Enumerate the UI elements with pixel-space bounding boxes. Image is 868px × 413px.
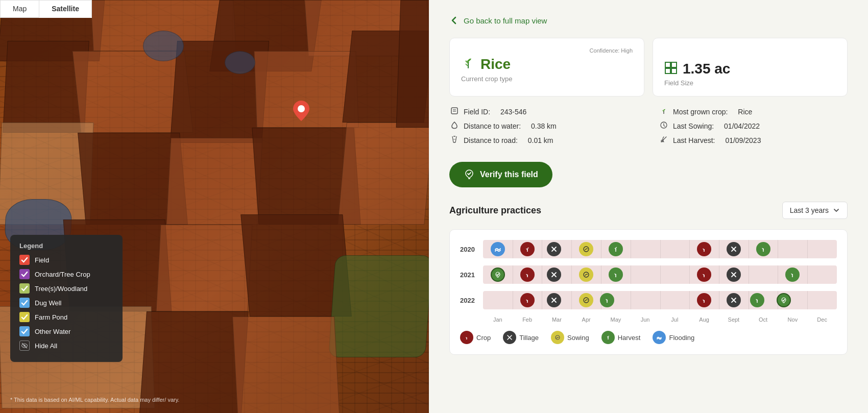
agriculture-practices-header: Agriculture practices Last 3 years — [449, 202, 848, 219]
act-2022-oct-verify — [777, 293, 791, 307]
legend-sowing: Sowing — [551, 331, 589, 344]
timeline-bar-2021 — [483, 265, 837, 284]
map-tabs: Map Satellite — [0, 0, 92, 18]
legend-label-tree: Tree(s)/Woodland — [35, 285, 87, 293]
verify-button[interactable]: Verify this field — [449, 162, 552, 187]
svg-rect-3 — [665, 62, 670, 67]
map-green-patch — [328, 255, 429, 357]
last-sowing-row: Last Sowing: 01/04/2022 — [659, 121, 848, 131]
month-may: May — [601, 317, 631, 323]
map-field-patch — [166, 138, 263, 225]
legend-tillage: Tillage — [503, 331, 539, 344]
map-location-pin — [293, 101, 309, 125]
last-harvest-label: Last Harvest: — [673, 136, 715, 144]
year-selector-label: Last 3 years — [790, 206, 829, 214]
map-field-patch — [337, 123, 429, 225]
water-icon — [449, 121, 460, 131]
timeline-row-2022: 2022 — [460, 291, 837, 309]
agri-title: Agriculture practices — [449, 205, 541, 216]
legend-checkbox-other-water — [19, 326, 30, 336]
map-field-patch — [156, 225, 253, 311]
last-harvest-value: 01/09/2023 — [725, 136, 761, 144]
legend-dot-crop — [460, 331, 473, 344]
act-2020-jan-flooding — [491, 242, 505, 256]
act-2021-aug-crop — [697, 268, 711, 282]
last-sowing-value: 01/04/2022 — [724, 122, 760, 130]
last-sowing-label: Last Sowing: — [673, 122, 714, 130]
legend-checkbox-farm-pond — [19, 312, 30, 322]
map-disclaimer: * This data is based on AI/ML capability… — [10, 397, 179, 403]
legend-dot-flooding — [653, 331, 666, 344]
svg-rect-4 — [671, 62, 677, 67]
map-field-patch — [232, 317, 340, 413]
map-panel: Map Satellite Legend Field Orchard/Tree … — [0, 0, 429, 413]
map-water-body — [225, 51, 255, 74]
tab-map[interactable]: Map — [0, 0, 39, 18]
legend-item-hide-all[interactable]: Hide All — [19, 341, 113, 351]
back-link[interactable]: Go back to full map view — [449, 15, 848, 26]
tab-satellite[interactable]: Satellite — [39, 0, 92, 18]
legend-label-orchard: Orchard/Tree Crop — [35, 271, 90, 278]
distance-water-row: Distance to water: 0.38 km — [449, 121, 638, 131]
act-2022-feb-crop — [520, 293, 535, 307]
distance-road-value: 0.01 km — [528, 136, 553, 144]
sowing-icon-small — [659, 121, 669, 131]
legend-item-tree[interactable]: Tree(s)/Woodland — [19, 283, 113, 294]
distance-road-label: Distance to road: — [464, 136, 518, 144]
act-2021-mar-tillage — [547, 268, 561, 282]
verify-button-text: Verify this field — [480, 170, 538, 179]
act-2021-nov-harvest — [785, 268, 800, 282]
back-arrow-icon — [449, 15, 460, 26]
act-2022-mar-tillage — [547, 293, 561, 307]
legend-label-harvest: Harvest — [618, 334, 641, 342]
grid-icon — [664, 61, 678, 77]
timeline-row-2020: 2020 — [460, 240, 837, 258]
legend-label-crop: Crop — [476, 334, 491, 342]
month-sept: Sept — [719, 317, 749, 323]
svg-rect-6 — [671, 68, 677, 74]
legend-checkbox-tree — [19, 283, 30, 294]
legend-title: Legend — [19, 242, 113, 250]
legend-label-dug-well: Dug Well — [35, 299, 62, 307]
map-water-body — [143, 31, 184, 61]
legend-label-tillage: Tillage — [519, 334, 539, 342]
act-2022-sept-tillage — [727, 293, 741, 307]
year-selector[interactable]: Last 3 years — [782, 202, 848, 219]
svg-rect-7 — [451, 108, 457, 114]
legend-crop: Crop — [460, 331, 491, 344]
crop-card: Confidence: High Rice Current crop type — [449, 38, 644, 96]
legend-harvest: Harvest — [601, 331, 641, 344]
act-2021-may-harvest — [609, 268, 623, 282]
field-info-right: Most grown crop: Rice Last Sowing: 01/04… — [659, 107, 848, 150]
month-apr: Apr — [571, 317, 601, 323]
crop-icon-small — [659, 107, 669, 117]
crop-subtitle: Current crop type — [461, 75, 633, 83]
legend-item-orchard[interactable]: Orchard/Tree Crop — [19, 269, 113, 279]
crop-confidence: Confidence: High — [461, 47, 633, 54]
legend-label-field: Field — [35, 256, 49, 264]
year-label-2022: 2022 — [460, 297, 483, 304]
legend-item-other-water[interactable]: Other Water — [19, 326, 113, 336]
month-oct: Oct — [749, 317, 778, 323]
verify-icon — [464, 169, 475, 180]
legend-item-field[interactable]: Field — [19, 255, 113, 265]
most-grown-value: Rice — [738, 108, 752, 116]
legend-label-farm-pond: Farm Pond — [35, 313, 67, 321]
most-grown-label: Most grown crop: — [673, 108, 728, 116]
timeline-bar-2022 — [483, 291, 837, 309]
act-2021-jan-verify — [491, 268, 505, 282]
road-icon — [449, 135, 460, 145]
legend-item-dug-well[interactable]: Dug Well — [19, 298, 113, 308]
field-id-row: Field ID: 243-546 — [449, 107, 638, 117]
act-2020-aug-crop — [697, 242, 711, 256]
legend-dot-sowing — [551, 331, 564, 344]
legend-checkbox-dug-well — [19, 298, 30, 308]
field-size-card: 1.35 ac Field Size — [653, 38, 848, 96]
month-aug: Aug — [689, 317, 719, 323]
legend-item-farm-pond[interactable]: Farm Pond — [19, 312, 113, 322]
act-2020-apr-sowing — [579, 242, 593, 256]
field-id-value: 243-546 — [500, 108, 526, 116]
month-feb: Feb — [513, 317, 542, 323]
svg-rect-5 — [665, 68, 670, 74]
legend-label-flooding: Flooding — [669, 334, 694, 342]
